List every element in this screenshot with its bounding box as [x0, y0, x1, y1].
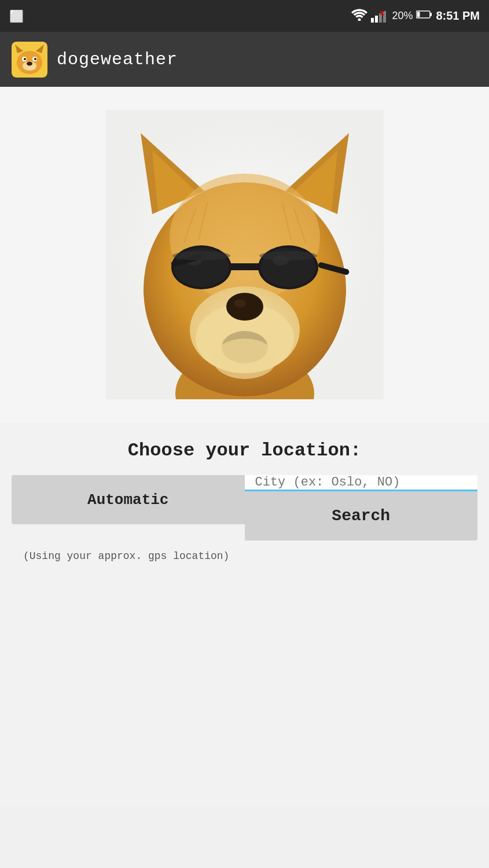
svg-rect-8	[417, 12, 420, 17]
svg-point-29	[226, 293, 263, 321]
location-section: Choose your location: Automatic Search (…	[0, 422, 489, 576]
city-input-wrapper: Search	[245, 475, 478, 540]
doge-illustration	[106, 110, 384, 399]
svg-point-18	[34, 58, 36, 60]
city-input[interactable]	[245, 475, 478, 491]
svg-point-14	[27, 61, 32, 65]
svg-point-17	[24, 58, 26, 60]
svg-point-45	[259, 251, 317, 260]
status-left: ⬜	[9, 9, 24, 23]
signal-icon: ✕	[371, 10, 388, 23]
empty-space	[0, 576, 489, 807]
svg-rect-1	[371, 18, 374, 23]
main-content: Choose your location: Automatic Search (…	[0, 87, 489, 807]
location-controls: Automatic Search	[12, 475, 477, 540]
svg-text:✕: ✕	[379, 10, 385, 17]
app-bar: dogeweather	[0, 32, 489, 87]
app-title: dogeweather	[57, 50, 178, 69]
svg-point-30	[234, 299, 246, 307]
automatic-note: (Using your approx. gps location)	[12, 549, 235, 564]
automatic-button[interactable]: Automatic	[12, 475, 245, 524]
svg-rect-2	[375, 16, 378, 23]
battery-percent: 20%	[392, 10, 413, 22]
svg-rect-35	[226, 263, 263, 270]
app-logo	[12, 42, 47, 78]
doge-container	[0, 87, 489, 422]
wifi-icon	[351, 8, 367, 24]
status-bar: ⬜ ✕ 20%	[0, 0, 489, 32]
svg-rect-7	[430, 13, 432, 16]
bottom-controls: (Using your approx. gps location)	[12, 540, 477, 564]
battery-icon	[416, 10, 432, 22]
screen-icon: ⬜	[9, 9, 24, 23]
status-right: ✕ 20% 8:51 PM	[351, 8, 480, 24]
choose-location-label: Choose your location:	[128, 440, 361, 461]
time-display: 8:51 PM	[436, 9, 480, 23]
svg-point-44	[172, 251, 230, 260]
svg-point-32	[213, 339, 277, 379]
search-button[interactable]: Search	[245, 491, 478, 540]
svg-point-0	[358, 19, 361, 21]
